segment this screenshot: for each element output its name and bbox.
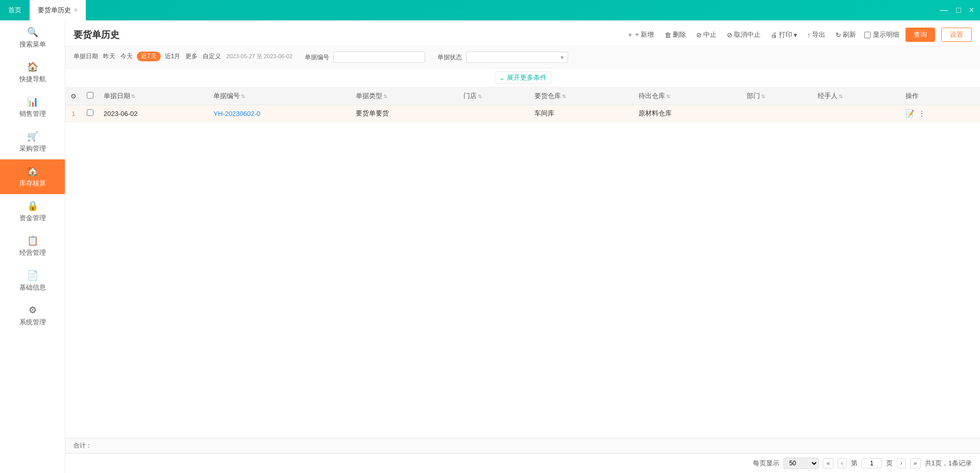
sidebar-item-operation[interactable]: 📋 经营管理	[0, 229, 65, 264]
refresh-button[interactable]: ↻ 刷新	[834, 29, 858, 40]
stop-icon: ⊘	[696, 31, 702, 39]
th-pending-warehouse[interactable]: 待出仓库⇅	[633, 87, 742, 105]
cancel-stop-label: 取消中止	[734, 30, 761, 39]
stop-button[interactable]: ⊘ 中止	[694, 29, 719, 40]
row-handler	[813, 105, 900, 122]
sidebar-item-sales[interactable]: 📊 销售管理	[0, 90, 65, 125]
tab-home[interactable]: 首页	[0, 0, 30, 20]
page-header: 要货单历史 ＋ + 新增 🗑 删除 ⊘ 中止 ⊘ 取消中止	[65, 20, 980, 46]
page-total-info: 共1页，1条记录	[925, 459, 972, 468]
row-edit-icon[interactable]: 📝	[905, 109, 914, 117]
content-area: 要货单历史 ＋ + 新增 🗑 删除 ⊘ 中止 ⊘ 取消中止	[65, 20, 980, 473]
bill-no-label: 单据编号	[305, 53, 329, 62]
filter-bill-no: 单据编号	[305, 52, 425, 63]
setting-button[interactable]: 设置	[941, 28, 972, 42]
print-dropdown-icon: ▾	[794, 31, 797, 39]
date-btn-7days[interactable]: 近7天	[137, 52, 161, 61]
next-page-button[interactable]: ›	[897, 458, 906, 468]
show-detail-input[interactable]	[864, 32, 871, 38]
data-table: ⚙ 单据日期⇅ 单据编号⇅ 单据类型⇅ 门店⇅ 要货仓库⇅ 待出仓库⇅ 部门⇅ …	[65, 87, 980, 122]
tab-active[interactable]: 要货单历史 ×	[30, 0, 86, 20]
per-page-select[interactable]: 20 50 100 200	[783, 458, 819, 469]
tab-active-label: 要货单历史	[38, 6, 71, 15]
row-operation: 📝 ⋮	[900, 105, 980, 122]
date-range-display: 2023-05-27 至 2023-06-02	[226, 53, 292, 60]
row-checkbox-cell[interactable]	[82, 105, 99, 122]
bill-no-link[interactable]: YH-20230602-0	[213, 110, 260, 117]
row-more-icon[interactable]: ⋮	[918, 109, 925, 117]
print-icon: 🖨	[771, 31, 777, 39]
date-btn-custom[interactable]: 自定义	[202, 52, 222, 61]
row-bill-no: YH-20230602-0	[208, 105, 350, 122]
prev-page-button[interactable]: ‹	[838, 458, 847, 468]
sidebar-item-label-finance: 资金管理	[19, 214, 46, 223]
system-icon: ⚙	[29, 304, 37, 316]
tab-close-icon[interactable]: ×	[74, 7, 78, 14]
new-button[interactable]: ＋ + 新增	[625, 29, 656, 40]
first-page-button[interactable]: «	[823, 458, 834, 468]
filter-expand-row: ⌄ 展开更多条件	[65, 68, 980, 87]
sidebar-item-label-search: 搜索菜单	[19, 40, 46, 49]
cancel-stop-button[interactable]: ⊘ 取消中止	[725, 29, 763, 40]
sidebar-item-inventory[interactable]: 🏠 库存核算	[0, 159, 65, 194]
sidebar-item-label-quick-nav: 快捷导航	[19, 75, 46, 84]
expand-more-button[interactable]: ⌄ 展开更多条件	[495, 72, 551, 84]
date-btn-1month[interactable]: 近1月	[164, 52, 182, 61]
filter-bill-date: 单据日期 昨天 今天 近7天 近1月 更多 自定义 2023-05-27 至 2…	[74, 52, 292, 61]
th-store[interactable]: 门店⇅	[458, 87, 529, 105]
finance-icon: 🔒	[27, 200, 38, 211]
print-button[interactable]: 🖨 打印 ▾	[769, 29, 799, 40]
export-icon: ↑	[807, 31, 811, 39]
row-department	[742, 105, 813, 122]
row-bill-type: 要货单要货	[351, 105, 459, 122]
new-label: + 新增	[635, 30, 654, 39]
date-btn-more[interactable]: 更多	[184, 52, 199, 61]
th-bill-date[interactable]: 单据日期⇅	[99, 87, 208, 105]
operation-icon: 📋	[27, 235, 38, 246]
per-page-label: 每页显示	[753, 459, 779, 468]
maximize-icon[interactable]: □	[956, 6, 961, 15]
delete-button[interactable]: 🗑 删除	[663, 29, 688, 40]
pagination: 每页显示 20 50 100 200 « ‹ 第 页 › » 共1页，1条记录	[65, 453, 980, 473]
th-department[interactable]: 部门⇅	[742, 87, 813, 105]
date-shortcuts: 昨天 今天 近7天 近1月 更多 自定义	[102, 52, 222, 61]
sidebar-item-search-menu[interactable]: 🔍 搜索菜单	[0, 20, 65, 55]
th-bill-type[interactable]: 单据类型⇅	[351, 87, 459, 105]
new-icon: ＋	[627, 30, 633, 39]
sidebar-item-finance[interactable]: 🔒 资金管理	[0, 194, 65, 229]
sidebar-item-quick-nav[interactable]: 🏠 快捷导航	[0, 55, 65, 90]
window-close-icon[interactable]: ×	[969, 6, 974, 15]
sidebar-item-purchase[interactable]: 🛒 采购管理	[0, 125, 65, 159]
select-all-checkbox[interactable]	[87, 92, 93, 99]
top-bar: 首页 要货单历史 × — □ ×	[0, 0, 980, 20]
th-req-warehouse[interactable]: 要货仓库⇅	[529, 87, 633, 105]
table-row: 1 2023-06-02 YH-20230602-0 要货单要货 车间库 原材料…	[65, 105, 980, 122]
delete-label: 删除	[673, 30, 686, 39]
th-bill-no[interactable]: 单据编号⇅	[208, 87, 350, 105]
bill-status-input[interactable]	[466, 52, 568, 63]
sidebar-item-label-system: 系统管理	[19, 318, 46, 327]
row-checkbox[interactable]	[87, 109, 93, 116]
page-label-post: 页	[886, 459, 893, 468]
last-page-button[interactable]: »	[910, 458, 921, 468]
export-button[interactable]: ↑ 导出	[805, 29, 828, 40]
refresh-icon: ↻	[836, 31, 841, 39]
bill-no-input[interactable]	[333, 52, 425, 63]
show-detail-checkbox[interactable]: 显示明细	[864, 30, 899, 39]
cancel-stop-icon: ⊘	[727, 31, 732, 39]
minimize-icon[interactable]: —	[940, 6, 948, 15]
query-button[interactable]: 查询	[905, 28, 935, 42]
th-settings[interactable]: ⚙	[65, 87, 82, 105]
sidebar-item-system[interactable]: ⚙ 系统管理	[0, 298, 65, 333]
th-handler[interactable]: 经手人⇅	[813, 87, 900, 105]
row-pending-warehouse: 原材料仓库	[633, 105, 742, 122]
date-btn-yesterday[interactable]: 昨天	[102, 52, 116, 61]
row-req-warehouse: 车间库	[529, 105, 633, 122]
page-number-input[interactable]	[862, 458, 882, 468]
date-btn-today[interactable]: 今天	[119, 52, 134, 61]
export-label: 导出	[812, 30, 825, 39]
footer-bar: 合计：	[65, 438, 980, 453]
sidebar-item-basic-info[interactable]: 📄 基础信息	[0, 264, 65, 298]
sidebar-item-label-basic-info: 基础信息	[19, 283, 46, 292]
th-checkbox[interactable]	[82, 87, 99, 105]
